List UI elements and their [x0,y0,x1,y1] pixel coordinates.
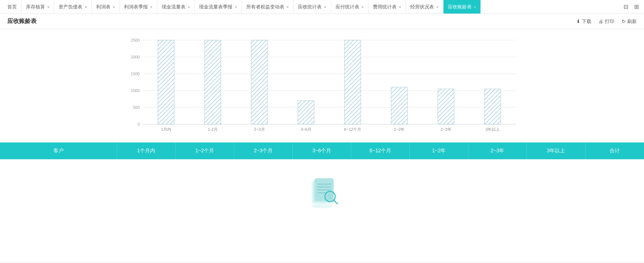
table-header-cell: 1~2个月 [176,142,234,159]
tab-label: 首页 [7,4,17,10]
tab-close-ar-aging[interactable]: × [474,5,476,9]
tab-bar-right: ⊟ ⊞ [621,2,641,12]
svg-point-30 [311,204,333,208]
tab-item-balance[interactable]: 资产负债表× [54,0,91,14]
svg-rect-26 [438,89,454,124]
tab-label: 费用统计表 [373,4,397,10]
table-header-cell: 3~6个月 [293,142,351,159]
svg-rect-22 [344,40,361,124]
minimize-button[interactable]: ⊟ [621,2,630,12]
download-button[interactable]: ⬇ 下载 [576,18,591,25]
tab-item-profit[interactable]: 利润表× [92,0,120,14]
tab-bar: 首页库存核算×资产负债表×利润表×利润表季报×现金流量表×现金流量表季报×所有者… [0,0,644,14]
svg-text:1000: 1000 [131,88,140,93]
tab-close-equity[interactable]: × [287,5,289,9]
table-header-cell: 客户 [0,142,117,159]
table-header-cell: 3年以上 [527,142,585,159]
svg-line-40 [334,200,337,204]
tab-label: 利润表季报 [124,4,148,10]
svg-text:3年以上: 3年以上 [486,127,500,132]
tab-label: 利润表 [96,4,111,10]
tab-close-inventory[interactable]: × [47,5,49,9]
svg-rect-28 [484,89,501,124]
table-header-cell: 1个月内 [117,142,176,159]
download-icon: ⬇ [576,19,580,24]
tab-close-expense-stat[interactable]: × [399,5,401,9]
refresh-icon: ↻ [622,19,626,24]
table-header: 客户1个月内1~2个月2~3个月3~6个月6~12个月1~2年2~3年3年以上合… [0,142,644,159]
tab-label: 应收统计表 [298,4,322,10]
svg-text:500: 500 [133,105,140,110]
svg-text:6~12个月: 6~12个月 [344,127,361,132]
svg-rect-14 [158,40,174,124]
table-header-cell: 1~2年 [410,142,468,159]
svg-text:2~3月: 2~3月 [254,127,265,132]
svg-text:2000: 2000 [131,55,140,59]
page-title: 应收账龄表 [7,18,37,25]
svg-text:2500: 2500 [131,38,140,42]
print-icon: 🖨 [599,19,603,24]
empty-state [0,159,644,225]
chart-area: 050010001500200025001月内1-2月2~3月3~6月6~12个… [0,29,644,142]
maximize-button[interactable]: ⊞ [632,2,641,12]
tab-label: 应收账龄表 [448,4,472,10]
tab-close-ap-stat[interactable]: × [362,5,364,9]
refresh-button[interactable]: ↻ 刷新 [622,18,637,25]
svg-rect-20 [298,101,314,124]
tab-label: 资产负债表 [59,4,82,10]
tab-label: 现金流量表 [162,4,186,10]
tab-item-cashflow[interactable]: 现金流量表× [157,0,195,14]
tab-label: 应付统计表 [336,4,359,10]
tab-item-expense-stat[interactable]: 费用统计表× [368,0,406,14]
tab-item-profit-quarter[interactable]: 利润表季报× [120,0,157,14]
svg-text:3~6月: 3~6月 [300,127,311,132]
bar-chart: 050010001500200025001月内1-2月2~3月3~6月6~12个… [121,37,523,139]
svg-text:1月内: 1月内 [161,127,171,132]
tab-label: 现金流量表季报 [199,4,232,10]
svg-point-39 [327,193,333,200]
svg-text:0: 0 [138,122,140,126]
page-header: 应收账龄表 ⬇ 下载 🖨 打印 ↻ 刷新 [0,14,644,29]
svg-rect-18 [251,40,267,124]
tab-item-ar-stat[interactable]: 应收统计表× [293,0,331,14]
tab-close-cashflow-quarter[interactable]: × [235,5,237,9]
tab-label: 库存核算 [26,4,45,10]
table-header-cell: 6~12个月 [351,142,410,159]
tab-close-profit-quarter[interactable]: × [150,5,152,9]
tab-item-ar-aging[interactable]: 应收账龄表× [443,0,481,14]
tab-item-home[interactable]: 首页 [3,0,22,14]
empty-icon [304,174,340,210]
table-header-cell: 2~3年 [468,142,527,159]
tab-item-inventory[interactable]: 库存核算× [22,0,54,14]
tab-close-profit[interactable]: × [113,5,115,9]
tab-item-equity[interactable]: 所有者权益变动表× [242,0,293,14]
svg-text:1500: 1500 [131,72,140,76]
chart-wrapper: 050010001500200025001月内1-2月2~3月3~6月6~12个… [15,37,629,139]
svg-rect-16 [205,40,221,124]
svg-text:1-2月: 1-2月 [208,127,218,132]
tab-item-ap-stat[interactable]: 应付统计表× [331,0,368,14]
tab-close-operations[interactable]: × [436,5,438,9]
tab-label: 所有者权益变动表 [246,4,284,10]
tab-label: 经营状况表 [410,4,434,10]
tab-item-operations[interactable]: 经营状况表× [406,0,443,14]
tab-close-ar-stat[interactable]: × [324,5,326,9]
tab-close-cashflow[interactable]: × [188,5,190,9]
print-button[interactable]: 🖨 打印 [599,18,614,25]
tab-close-balance[interactable]: × [85,5,87,9]
svg-text:1~2年: 1~2年 [394,127,405,132]
svg-rect-24 [391,87,408,124]
main-content: 050010001500200025001月内1-2月2~3月3~6月6~12个… [0,29,644,262]
table-header-cell: 2~3个月 [234,142,293,159]
page-actions: ⬇ 下载 🖨 打印 ↻ 刷新 [576,18,637,25]
tab-item-cashflow-quarter[interactable]: 现金流量表季报× [195,0,242,14]
svg-text:2~3年: 2~3年 [441,127,452,132]
table-header-cell: 合计 [585,142,644,159]
